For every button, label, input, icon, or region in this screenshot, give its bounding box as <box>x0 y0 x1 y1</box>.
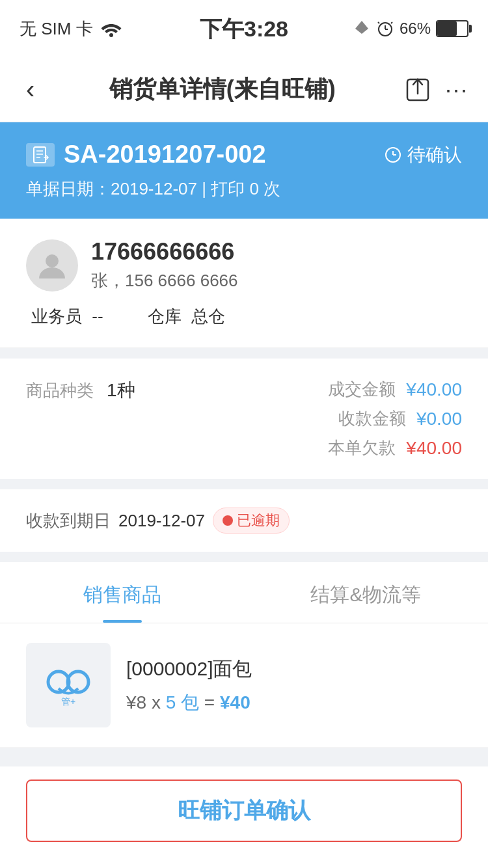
summary-section: 商品种类 1种 成交金额 ¥40.00 收款金额 ¥0.00 本单欠款 ¥40.… <box>0 359 488 479</box>
battery-fill <box>437 21 457 36</box>
transaction-row: 成交金额 ¥40.00 <box>328 378 462 401</box>
order-number: SA-20191207-002 <box>64 141 266 169</box>
bottom-bar: 旺铺订单确认 <box>0 766 488 868</box>
svg-rect-7 <box>34 147 46 163</box>
salesman-value: -- <box>92 306 103 326</box>
salesman-field: 业务员 -- <box>26 305 103 328</box>
svg-line-5 <box>391 22 392 23</box>
transaction-value: ¥40.00 <box>406 379 462 400</box>
svg-text:管+: 管+ <box>61 696 75 707</box>
product-type-group: 商品种类 1种 <box>26 378 135 403</box>
location-icon <box>353 20 371 38</box>
carrier-text: 无 SIM 卡 <box>20 18 93 40</box>
transaction-label: 成交金额 <box>328 378 396 401</box>
due-date-section: 收款到期日 2019-12-07 已逾期 <box>0 489 488 552</box>
due-label: 本单欠款 <box>328 437 396 459</box>
customer-row: 17666666666 张，156 6666 6666 <box>26 238 462 292</box>
warehouse-value: 总仓 <box>191 306 225 326</box>
status-time: 下午3:28 <box>200 14 288 44</box>
status-carrier: 无 SIM 卡 <box>20 18 123 40</box>
tab-settlement-label: 结算&物流等 <box>310 584 421 605</box>
overdue-dot <box>223 515 233 526</box>
product-name: [0000002]面包 <box>126 656 462 683</box>
multiply-sign: x <box>152 692 166 712</box>
payment-label: 收款金额 <box>338 407 406 430</box>
product-type-label: 商品种类 <box>26 379 94 402</box>
nav-actions: ··· <box>403 75 468 104</box>
customer-name: 张，156 6666 6666 <box>91 269 238 292</box>
product-thumbnail: 管+ <box>26 643 111 727</box>
payment-value: ¥0.00 <box>416 409 462 429</box>
confirm-order-button[interactable]: 旺铺订单确认 <box>26 780 462 842</box>
customer-details: 业务员 -- 仓库 总仓 <box>26 305 462 328</box>
order-icon <box>26 143 55 167</box>
confirm-button-label: 旺铺订单确认 <box>178 796 310 826</box>
amounts-group: 成交金额 ¥40.00 收款金额 ¥0.00 本单欠款 ¥40.00 <box>328 378 462 459</box>
order-banner-top: SA-20191207-002 待确认 <box>26 141 462 169</box>
warehouse-field: 仓库 总仓 <box>142 305 225 328</box>
svg-line-4 <box>378 22 379 23</box>
nav-bar: ‹ 销货单详情(来自旺铺) ··· <box>0 57 488 122</box>
customer-section: 17666666666 张，156 6666 6666 业务员 -- 仓库 总仓 <box>0 219 488 348</box>
product-list: 管+ [0000002]面包 ¥8 x 5 包 = ¥40 <box>0 623 488 748</box>
tab-settlement[interactable]: 结算&物流等 <box>244 562 488 623</box>
battery-text: 66% <box>400 20 431 38</box>
order-banner: SA-20191207-002 待确认 单据日期：2019-12-07 | 打印… <box>0 122 488 219</box>
due-date-label: 收款到期日 <box>26 509 111 532</box>
product-info: [0000002]面包 ¥8 x 5 包 = ¥40 <box>126 656 462 715</box>
product-logo: 管+ <box>39 662 98 708</box>
battery-bar <box>436 20 468 37</box>
equals-sign: = <box>204 692 220 712</box>
overdue-badge: 已逾期 <box>213 508 290 534</box>
tab-sales-products[interactable]: 销售商品 <box>0 562 244 623</box>
order-id: SA-20191207-002 <box>26 141 266 169</box>
status-right: 66% <box>353 20 468 38</box>
clock-icon <box>384 146 402 164</box>
product-price: ¥8 <box>126 692 146 712</box>
product-total: ¥40 <box>220 692 251 712</box>
customer-phone: 17666666666 <box>91 238 238 265</box>
back-button[interactable]: ‹ <box>20 68 41 111</box>
more-icon[interactable]: ··· <box>445 76 468 103</box>
warehouse-label: 仓库 <box>148 306 182 326</box>
summary-row: 商品种类 1种 成交金额 ¥40.00 收款金额 ¥0.00 本单欠款 ¥40.… <box>26 378 462 459</box>
due-value: ¥40.00 <box>406 438 462 459</box>
status-bar: 无 SIM 卡 下午3:28 66% <box>0 0 488 57</box>
svg-point-0 <box>109 33 113 37</box>
product-qty: 5 <box>166 692 176 712</box>
due-row: 本单欠款 ¥40.00 <box>328 437 462 459</box>
page-title: 销货单详情(来自旺铺) <box>109 74 336 105</box>
share-icon[interactable] <box>403 75 432 104</box>
due-date-value: 2019-12-07 <box>118 511 205 531</box>
product-calc: ¥8 x 5 包 = ¥40 <box>126 690 462 715</box>
status-text: 待确认 <box>407 142 462 167</box>
avatar <box>26 239 78 292</box>
tabs-section: 销售商品 结算&物流等 管+ [0000002]面包 <box>0 562 488 748</box>
tab-sales-label: 销售商品 <box>83 584 161 605</box>
wifi-icon <box>100 20 123 37</box>
overdue-text: 已逾期 <box>237 511 280 530</box>
tabs-header: 销售商品 结算&物流等 <box>0 562 488 623</box>
customer-info: 17666666666 张，156 6666 6666 <box>91 238 238 292</box>
order-meta: 单据日期：2019-12-07 | 打印 0 次 <box>26 178 462 200</box>
product-unit: 包 <box>181 692 199 712</box>
salesman-label: 业务员 <box>31 306 82 326</box>
order-status: 待确认 <box>384 142 462 167</box>
svg-point-14 <box>46 254 59 267</box>
alarm-icon <box>376 20 394 38</box>
payment-row: 收款金额 ¥0.00 <box>338 407 462 430</box>
product-item: 管+ [0000002]面包 ¥8 x 5 包 = ¥40 <box>0 623 488 748</box>
due-date-row: 收款到期日 2019-12-07 已逾期 <box>26 508 462 534</box>
product-type-value: 1种 <box>107 378 135 403</box>
